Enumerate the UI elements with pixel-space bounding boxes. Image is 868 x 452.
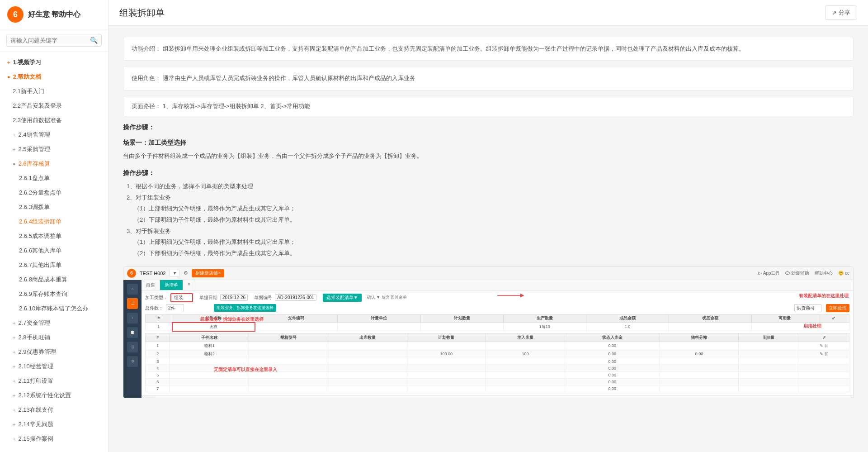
sim-col-num: # [146, 314, 172, 323]
sidebar: 6 好生意 帮助中心 🔍 + 1.视频学习 ● 2.帮助文档 2.1新手入门 2… [0, 0, 108, 452]
sidebar-item-video[interactable]: + 1.视频学习 [0, 55, 108, 70]
step3-sub2: （2）下部明细为子件明细，最终作为产成品生成其它入库单。 [123, 248, 854, 259]
sidebar-item-cases[interactable]: + 2.15操作案例 [0, 432, 108, 446]
sim-upper-row-1: 1 天衣 1每10 1.0 [146, 323, 849, 331]
step1: 1、根据不同的业务，选择不同单据的类型来处理 [123, 181, 854, 192]
step2-sub2: （2）下部明细为子件明细，最终作为原材料生成其它出库单。 [123, 214, 854, 226]
sim-form-row-1: 加工类型： 组装 单据日期 2019-12-26 单据编号 AD-2019122… [145, 293, 849, 302]
logo-area: 6 好生意 帮助中心 [0, 0, 108, 29]
sidebar-item-otheroutstock[interactable]: 2.6.7其他出库单 [0, 258, 108, 272]
sidebar-item-mobile[interactable]: + 2.8手机旺铺 [0, 330, 108, 345]
sim-footer-label: 合计 [145, 397, 153, 398]
search-icon[interactable]: 🔍 [90, 37, 98, 44]
sidebar-item-costadjust[interactable]: 2.6.5成本调整单 [0, 229, 108, 243]
sidebar-item-faq[interactable]: + 2.14常见问题 [0, 417, 108, 432]
search-input[interactable] [10, 37, 90, 44]
sim-lower-row-1: 1 物料1 0.00 ✎ 回 [146, 342, 849, 350]
sim-left-sidebar: ⌂ ☰ ↕ 📋 ◫ ⚙ [123, 280, 142, 398]
func-intro-text: 组装拆卸单用来处理企业组装或拆卸等加工业务，支持有固定装配清单的产品加工业务，也… [163, 45, 745, 52]
sidebar-item-newcomer[interactable]: 2.1新手入门 [0, 84, 108, 99]
sidebar-item-goodscost[interactable]: 2.6.8商品成本重算 [0, 272, 108, 287]
sim-lcol-expand2: ⤢ [799, 333, 849, 342]
sidebar-item-purchase[interactable]: + 2.5采购管理 [0, 142, 108, 157]
sim-lower-row-4: 40.00 [146, 365, 849, 371]
sim-lcol-plan-qty: 计划数量 [407, 333, 486, 342]
sim-lcol-spec: 规格型号 [249, 333, 328, 342]
sidebar-item-payment[interactable]: + 2.13在线支付 [0, 403, 108, 417]
role-text: 通常由生产人员或库管人员完成拆装业务的操作，库管人员确认原材料的出库和产成品的入… [163, 75, 415, 81]
sim-process-btn: 立即处理 [826, 304, 849, 312]
sim-sidebar-active-icon: ☰ [127, 298, 138, 309]
path-text: 1、库存核算->库存管理->组装拆卸单 2、首页->常用功能 [163, 103, 311, 109]
sidebar-item-docs[interactable]: ● 2.帮助文档 [0, 70, 108, 84]
sim-docno-label: 单据编号 [254, 295, 272, 301]
sim-upper-table: # 父件名称 父件编码 计量单位 计划数量 生产数量 成品金额 状态金额 可用量 [145, 314, 849, 332]
sim-sidebar-icon-4: 📋 [127, 327, 138, 338]
share-button[interactable]: ↗ 分享 [825, 5, 857, 20]
plus-icon-mobile: + [13, 335, 15, 340]
sim-footer-val4: 0.00 [201, 397, 209, 398]
sim-lower-table: # 子件名称 规格型号 出库数量 计划数量 主入库量 状态入库金 物料分摊 到M [145, 333, 849, 392]
sim-top-bar: 6 TEST-H002 ▼ ⚙ 创建新店铺× ▷ App工具 ② 劲爆辅助 帮助… [123, 267, 853, 280]
sim-sidebar-icon-3: ↕ [127, 313, 138, 324]
sim-supply-input: 供货商司 [794, 304, 821, 312]
sidebar-item-print[interactable]: + 2.11打印设置 [0, 374, 108, 388]
sim-tabs: 自售 新增单 × [142, 280, 853, 290]
sim-lcol-sub-name: 子件名称 [170, 333, 249, 342]
sim-nav: ▷ App工具 ② 劲爆辅助 帮助中心 😊 cc [758, 270, 849, 276]
logo-text: 好生意 帮助中心 [28, 10, 80, 19]
step3-sub1: （1）上部明细为父件明细，最终作为原材料生成其它出库单； [123, 237, 854, 248]
scenario1-title: 场景一：加工类型选择 [123, 139, 854, 147]
sim-footer: 合计 99.00 0.00 0.00 0.00 [142, 395, 853, 398]
sim-nav-helpcenter: 帮助中心 [815, 270, 833, 276]
sidebar-item-stockcheck[interactable]: 2.6.9库存账本查询 [0, 287, 108, 301]
sidebar-item-assembly[interactable]: 2.6.4组装拆卸单 [0, 214, 108, 229]
sim-form-row-2: 总件数： 2件 组装业务、拆卸业务在这里选择 供货商司 立即处理 [145, 304, 849, 312]
sim-lower-row-3: 30.00 [146, 358, 849, 365]
sidebar-item-data-prep[interactable]: 2.3使用前数据准备 [0, 113, 108, 128]
sim-lcol-to-m: 到M量 [739, 333, 799, 342]
page-title: 组装拆卸单 [119, 7, 165, 19]
sim-tab-active: 新增单 [160, 280, 183, 290]
sim-footer-val2: 0.00 [175, 397, 183, 398]
sim-main: ⌂ ☰ ↕ 📋 ◫ ⚙ 自售 新增单 × [123, 280, 853, 398]
nav-area: + 1.视频学习 ● 2.帮助文档 2.1新手入门 2.2产品安装及登录 2.3… [0, 52, 108, 452]
sidebar-item-stockcount[interactable]: 2.6.1盘点单 [0, 171, 108, 186]
sim-nav-user: 😊 cc [838, 271, 849, 276]
step2-sub1: （1）上部明细为父件明细，最终作为产成品生成其它入库单； [123, 203, 854, 214]
plus-icon-cases: + [13, 436, 15, 442]
plus-icon-finance: + [13, 320, 15, 326]
sim-lcol-material: 物料分摊 [660, 333, 739, 342]
sidebar-item-customize[interactable]: + 2.12系统个性化设置 [0, 388, 108, 403]
sim-lcol-main-qty: 主入库量 [486, 333, 565, 342]
sim-lower-row-7: 70.00 [146, 385, 849, 392]
step3: 3、对于拆装业务 [123, 226, 854, 237]
sidebar-item-finance[interactable]: + 2.7资金管理 [0, 316, 108, 330]
sim-type-input: 组装 [170, 293, 193, 302]
top-bar: 组装拆卸单 ↗ 分享 [108, 0, 868, 26]
sim-confirm-label: 确认 ▼ 放弃 回其余单 [367, 295, 407, 300]
sidebar-item-inventory[interactable]: ● 2.6库存核算 [0, 157, 108, 171]
sidebar-item-transfer[interactable]: 2.6.3调拨单 [0, 200, 108, 214]
sim-col-prod-amt: 成品金额 [586, 314, 669, 323]
path-block: 页面路径： 1、库存核算->库存管理->组装拆卸单 2、首页->常用功能 [123, 96, 854, 116]
sim-create-btn: 创建新店铺× [192, 269, 224, 277]
sim-section-upper-label: 组装业务、拆卸业务在这里选择 [214, 304, 276, 312]
sim-footer-val3: 0.00 [188, 397, 196, 398]
step2: 2、对于组装业务 [123, 192, 854, 204]
sidebar-item-stockerror[interactable]: 2.6.10库存账本错了怎么办 [0, 301, 108, 316]
content-area: 功能介绍： 组装拆卸单用来处理企业组装或拆卸等加工业务，支持有固定装配清单的产品… [108, 26, 868, 452]
sidebar-item-otherinstock[interactable]: 2.6.6其他入库单 [0, 243, 108, 258]
sidebar-item-install[interactable]: 2.2产品安装及登录 [0, 99, 108, 113]
sim-count-label: 总件数： [145, 305, 163, 311]
sim-screenshot: 6 TEST-H002 ▼ ⚙ 创建新店铺× ▷ App工具 ② 劲爆辅助 帮助… [123, 267, 853, 398]
sidebar-item-splitcount[interactable]: 2.6.2分量盘点单 [0, 186, 108, 200]
logo-icon: 6 [7, 6, 24, 23]
sim-type-label: 加工类型： [145, 295, 168, 301]
sidebar-item-sales[interactable]: + 2.4销售管理 [0, 128, 108, 142]
sidebar-item-coupon[interactable]: + 2.9优惠券管理 [0, 345, 108, 359]
sim-lower-row-6: 60.00 [146, 378, 849, 385]
sim-sidebar-home-icon: ⌂ [127, 284, 138, 295]
sidebar-item-operation[interactable]: + 2.10经营管理 [0, 359, 108, 374]
search-box[interactable]: 🔍 [6, 34, 102, 47]
